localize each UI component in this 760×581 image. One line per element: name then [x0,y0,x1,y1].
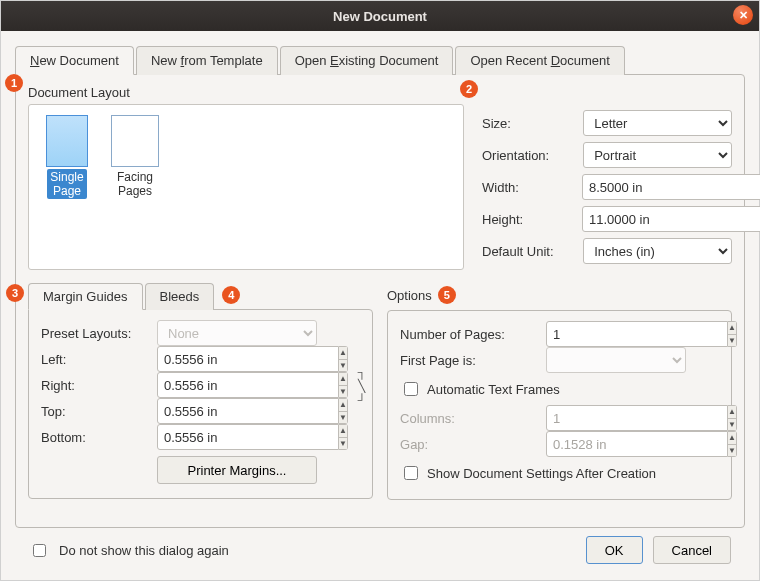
columns-label: Columns: [400,411,540,426]
options-heading: Options [387,288,432,303]
auto-text-frames-label: Automatic Text Frames [427,382,560,397]
cancel-button[interactable]: Cancel [653,536,731,564]
height-label: Height: [482,212,576,227]
first-page-select [546,347,686,373]
width-input[interactable] [582,174,760,200]
tab-new-document[interactable]: New Document [15,46,134,75]
height-input[interactable] [582,206,760,232]
margin-left-label: Left: [41,352,151,367]
orientation-label: Orientation: [482,148,577,163]
layout-thumbnails-box: Single Page Facing Pages [28,104,464,270]
margin-top-label: Top: [41,404,151,419]
dont-show-checkbox[interactable] [33,544,46,557]
columns-up: ▲ [728,406,736,418]
gap-up: ▲ [728,432,736,444]
printer-margins-button[interactable]: Printer Margins... [157,456,317,484]
margin-top-input[interactable] [157,398,339,424]
tab-open-recent[interactable]: Open Recent Document [455,46,624,75]
gap-down: ▼ [728,444,736,457]
preset-layouts-label: Preset Layouts: [41,326,151,341]
tab-new-from-template[interactable]: New from Template [136,46,278,75]
auto-text-frames-checkbox[interactable] [404,382,418,396]
default-unit-select[interactable]: Inches (in) [583,238,732,264]
titlebar: New Document ✕ [1,1,759,31]
layout-single-page[interactable]: Single Page [39,115,95,199]
layout-facing-pages[interactable]: Facing Pages [107,115,163,199]
pages-up[interactable]: ▲ [728,322,736,334]
tab-bleeds[interactable]: Bleeds [145,283,215,310]
window-title: New Document [333,9,427,24]
margin-bottom-label: Bottom: [41,430,151,445]
orientation-select[interactable]: Portrait [583,142,732,168]
gap-label: Gap: [400,437,540,452]
first-page-label: First Page is: [400,353,540,368]
margin-right-label: Right: [41,378,151,393]
margin-left-input[interactable] [157,346,339,372]
margin-top-down[interactable]: ▼ [339,411,347,424]
columns-input [546,405,728,431]
tab-margin-guides[interactable]: Margin Guides [28,283,143,310]
margin-right-down[interactable]: ▼ [339,385,347,398]
width-label: Width: [482,180,576,195]
pages-down[interactable]: ▼ [728,334,736,347]
margin-right-up[interactable]: ▲ [339,373,347,385]
margin-right-input[interactable] [157,372,339,398]
badge-3: 3 [6,284,24,302]
margin-bottom-up[interactable]: ▲ [339,425,347,437]
show-settings-label: Show Document Settings After Creation [427,466,656,481]
show-settings-checkbox[interactable] [404,466,418,480]
margin-top-up[interactable]: ▲ [339,399,347,411]
margin-bottom-down[interactable]: ▼ [339,437,347,450]
main-tabstrip: New Document New from Template Open Exis… [15,45,745,74]
size-label: Size: [482,116,577,131]
preset-layouts-select: None [157,320,317,346]
ok-button[interactable]: OK [586,536,643,564]
margin-bottom-input[interactable] [157,424,339,450]
default-unit-label: Default Unit: [482,244,577,259]
close-icon[interactable]: ✕ [733,5,753,25]
pages-input[interactable] [546,321,728,347]
badge-4: 4 [222,286,240,304]
dont-show-label: Do not show this dialog again [59,543,229,558]
link-margins-icon[interactable]: ┐╲┘ [357,366,366,406]
margin-left-down[interactable]: ▼ [339,359,347,372]
badge-5: 5 [438,286,456,304]
badge-1: 1 [5,74,23,92]
pages-label: Number of Pages: [400,327,540,342]
badge-2: 2 [460,80,478,98]
columns-down: ▼ [728,418,736,431]
document-layout-label: Document Layout [28,85,732,100]
gap-input [546,431,728,457]
margin-left-up[interactable]: ▲ [339,347,347,359]
tab-open-existing[interactable]: Open Existing Document [280,46,454,75]
size-select[interactable]: Letter [583,110,732,136]
